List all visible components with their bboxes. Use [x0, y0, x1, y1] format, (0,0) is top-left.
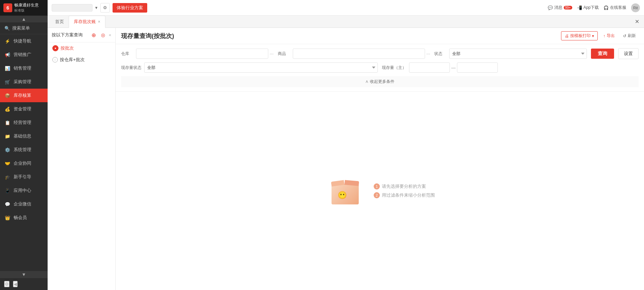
empty-hint-2: 2 用过滤条件来缩小分析范围	[374, 192, 435, 198]
operations-icon: 📋	[4, 119, 11, 126]
tab-close-icon[interactable]: ×	[98, 19, 100, 24]
print-button[interactable]: 🖨 按模板打印 ▾	[561, 31, 598, 40]
sidebar-settings-button[interactable]: ⚙	[4, 281, 10, 287]
scheme-item-warehouse-batch[interactable]: ○ 按仓库+批次	[48, 54, 115, 66]
sidebar-item-label: 采购管理	[14, 79, 31, 85]
warehouse-input[interactable]	[136, 49, 268, 59]
messages-label: 消息	[554, 5, 562, 11]
online-service-link[interactable]: 🎧 在线客服	[604, 5, 626, 11]
goods-input[interactable]	[293, 49, 425, 59]
stock-qty-from-input[interactable]	[409, 62, 450, 73]
industry-solution-button[interactable]: 体验行业方案	[113, 3, 147, 13]
printer-icon: 🖨	[565, 34, 569, 38]
gear-icon: ⚙	[103, 5, 107, 10]
user-avatar[interactable]: Rit	[631, 3, 640, 12]
filter-group-stock-qty: 现存量（主） —	[382, 62, 639, 73]
scheme-item-batch[interactable]: ● 按批次	[48, 42, 115, 54]
sidebar-item-quick-nav[interactable]: ⚡ 快捷导航	[0, 34, 48, 48]
left-panel-title: 按以下方案查询	[52, 32, 83, 38]
topbar-right: 💬 消息 99+ 📲 App下载 🎧 在线客服 Rit	[548, 3, 640, 12]
warehouse-dots[interactable]: ···	[270, 51, 274, 56]
sidebar: 6 畅康通好生意 标准版 ▲ 🔍 搜索菜单 ⚡ 快捷导航 📢 营销推广 📊 销售…	[0, 0, 48, 290]
inventory-icon: 📦	[4, 92, 11, 99]
scheme-settings-button[interactable]: ◎	[99, 31, 107, 39]
scheme-icon-batch: ●	[52, 45, 58, 51]
sidebar-item-enterprise[interactable]: 🤝 企业协同	[0, 157, 48, 170]
sidebar-item-label: 应用中心	[14, 187, 31, 194]
print-label: 按模板打印	[570, 33, 591, 39]
sidebar-item-search[interactable]: 🔍 搜索菜单	[0, 22, 48, 34]
app-logo: 6	[3, 3, 12, 12]
scheme-label-warehouse-batch: 按仓库+批次	[60, 57, 85, 63]
page-title: 现存量查询(按批次)	[121, 32, 174, 40]
sidebar-scroll-up[interactable]: ▲	[0, 16, 48, 22]
stock-qty-dash: —	[451, 65, 456, 70]
sidebar-item-new-guide[interactable]: 🎓 新手引导	[0, 170, 48, 184]
sidebar-header: 6 畅康通好生意 标准版	[0, 0, 48, 16]
sidebar-item-base-info[interactable]: 📁 基础信息	[0, 129, 48, 143]
topbar-search-input[interactable]	[52, 4, 92, 12]
app-download-link[interactable]: 📲 App下载	[577, 5, 599, 11]
topbar-left: ▾ ⚙ 体验行业方案	[52, 3, 545, 13]
left-panel-collapse-button[interactable]: «	[109, 33, 111, 37]
topbar-settings-button[interactable]: ⚙	[100, 3, 110, 13]
sidebar-item-system[interactable]: ⚙️ 系统管理	[0, 143, 48, 157]
status-select[interactable]: 全部 启用 停用	[449, 49, 587, 59]
scheme-add-button[interactable]: ⊕	[90, 31, 97, 39]
online-service-label: 在线客服	[610, 5, 626, 11]
filter-settings-button[interactable]: 设置	[618, 48, 639, 59]
tab-bar-close-button[interactable]: ✕	[633, 18, 641, 25]
refresh-button[interactable]: ↺ 刷新	[620, 32, 639, 40]
chevron-down-icon: ▾	[95, 5, 98, 10]
main-area: ▾ ⚙ 体验行业方案 💬 消息 99+ 📲 App下载 🎧 在线客服 Rit	[48, 0, 644, 290]
page-header-actions: 🖨 按模板打印 ▾ ↑ 导出 ↺ 刷新	[561, 31, 639, 40]
export-label: 导出	[607, 33, 615, 39]
sidebar-item-label: 经营管理	[14, 120, 31, 126]
sidebar-collapse-button[interactable]: ◀	[13, 281, 18, 287]
scheme-icon-warehouse-batch: ○	[52, 57, 58, 62]
sidebar-item-marketing[interactable]: 📢 营销推广	[0, 48, 48, 61]
system-icon: ⚙️	[4, 146, 11, 153]
stock-qty-to-input[interactable]	[457, 62, 498, 73]
sidebar-item-app-center[interactable]: 📱 应用中心	[0, 184, 48, 197]
messages-badge: 99+	[564, 6, 572, 10]
settings-circle-icon: ◎	[101, 32, 105, 38]
query-button[interactable]: 查询	[591, 49, 614, 59]
filter-group-status: 状态 全部 启用 停用	[434, 49, 587, 59]
sidebar-item-label: 基础信息	[14, 133, 31, 139]
stock-status-select[interactable]: 全部 有库存 零库存	[144, 62, 378, 73]
headset-icon: 🎧	[604, 5, 609, 10]
sidebar-scroll-down[interactable]: ▼	[0, 271, 48, 278]
messages-link[interactable]: 💬 消息 99+	[548, 5, 572, 11]
sidebar-item-inventory[interactable]: 📦 库存核算	[0, 89, 48, 102]
enterprise-wx-icon: 💬	[4, 201, 11, 207]
sidebar-item-vip[interactable]: 👑 畅会员	[0, 211, 48, 224]
tab-home[interactable]: 首页	[50, 16, 69, 28]
tab-inventory-batch[interactable]: 库存批次账 ×	[69, 16, 105, 28]
search-icon: 🔍	[4, 25, 10, 31]
export-button[interactable]: ↑ 导出	[600, 32, 617, 40]
sidebar-item-label: 资金管理	[14, 106, 31, 112]
sidebar-item-enterprise-wx[interactable]: 💬 企业微信	[0, 197, 48, 211]
sidebar-item-label: 新手引导	[14, 174, 31, 180]
scheme-label-batch: 按批次	[61, 45, 74, 51]
app-download-label: App下载	[583, 5, 599, 11]
stock-status-label: 现存量状态	[121, 65, 141, 71]
finance-icon: 💰	[4, 106, 11, 112]
filter-group-goods: 商品 ···	[278, 49, 430, 59]
collapse-more-conditions[interactable]: ∧ 收起更多条件	[121, 76, 639, 87]
quick-nav-icon: ⚡	[4, 38, 11, 44]
stock-qty-label: 现存量（主）	[382, 65, 406, 71]
tab-bar: 首页 库存批次账 × ✕	[48, 16, 644, 28]
hint-number-2: 2	[374, 192, 380, 198]
goods-dots[interactable]: ···	[426, 51, 430, 56]
sidebar-item-finance[interactable]: 💰 资金管理	[0, 102, 48, 116]
empty-state: 😶 1 请先选择要分析的方案 2 用过滤条件来缩小分析范围	[116, 92, 644, 290]
sidebar-item-purchase[interactable]: 🛒 采购管理	[0, 75, 48, 89]
sidebar-item-sales[interactable]: 📊 销售管理	[0, 61, 48, 75]
topbar-dropdown-button[interactable]: ▾	[95, 5, 98, 10]
home-tab-label: 首页	[55, 19, 64, 25]
sidebar-item-operations[interactable]: 📋 经营管理	[0, 116, 48, 129]
app-title-block: 畅康通好生意 标准版	[14, 3, 39, 13]
filter-area: 仓库 ··· 商品 ··· 状态 全部 启用 停用	[116, 44, 644, 92]
